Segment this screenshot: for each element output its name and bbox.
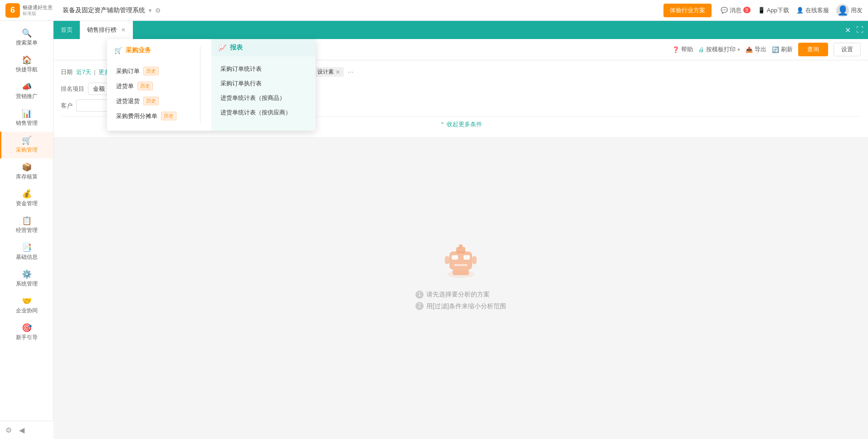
empty-tip2: 用[过滤]条件来缩小分析范围: [426, 301, 506, 312]
empty-tip1: 请先选择要分析的方案: [426, 289, 490, 300]
sidebar-item-enterprise[interactable]: 🤝 企业协同: [0, 292, 53, 319]
goods-tag-close[interactable]: ✕: [336, 69, 340, 75]
purchase-exec-label: 采购订单执行表: [220, 79, 262, 88]
help-icon: ❓: [672, 46, 679, 53]
inbound-stat-label: 进货单统计表（按商品）: [220, 94, 285, 102]
svg-rect-5: [456, 247, 465, 253]
print-btn[interactable]: 🖨 按模板打印 ▾: [698, 45, 740, 54]
sidebar-item-basic-info[interactable]: 📑 基础信息: [0, 239, 53, 266]
purchase-order-label: 采购订单: [116, 67, 140, 75]
notification-item[interactable]: 💬 消息 9: [721, 6, 751, 15]
user-name: 用友: [851, 6, 863, 15]
svg-rect-1: [449, 252, 472, 270]
purchase-section-label: 采购业务: [126, 46, 151, 54]
dropdown-item-purchase-stat[interactable]: 采购订单统计表: [219, 62, 308, 76]
sidebar-label-operations: 经营管理: [16, 227, 38, 234]
top-right-area: 💬 消息 9 📱 App下载 👤 在线客服 👤 用友: [721, 4, 863, 17]
refresh-btn[interactable]: 🔄 刷新: [772, 45, 793, 54]
purchase-section: 🛒 采购业务 采购订单 历史 进货单 历史 进货退货 历史 采购费用分摊单: [114, 46, 189, 123]
inbound-label: 进货单: [116, 82, 134, 90]
notification-label: 消息: [730, 6, 741, 15]
help-btn[interactable]: ❓ 帮助: [672, 45, 693, 54]
date-label: 日期: [61, 68, 73, 76]
sidebar-label-search: 搜索菜单: [16, 39, 38, 47]
expense-hist: 历史: [161, 112, 176, 120]
print-icon: 🖨: [698, 46, 704, 53]
sidebar-label-guide: 新手引导: [16, 334, 38, 341]
report-section-label: 报表: [230, 44, 243, 52]
tab-close-icon[interactable]: ✕: [121, 27, 126, 33]
inbound-hist: 历史: [137, 82, 153, 90]
app-name: 畅捷通好生意: [23, 4, 53, 10]
date-sep1: |: [94, 69, 95, 75]
bottom-settings-icon[interactable]: ⚙: [5, 426, 12, 434]
sidebar-item-purchase[interactable]: 🛒 采购管理: [0, 132, 53, 158]
print-arrow-icon[interactable]: ▾: [737, 47, 740, 53]
sidebar-label-sales: 销售管理: [16, 119, 38, 127]
tab-maximize-icon[interactable]: ⛶: [856, 26, 863, 34]
help-label: 帮助: [681, 45, 693, 54]
tip-num-2: 2: [415, 302, 424, 310]
online-service-item[interactable]: 👤 在线客服: [796, 6, 829, 15]
sidebar-item-inventory[interactable]: 📦 库存核算: [0, 158, 53, 185]
title-arrow-icon[interactable]: ▾: [149, 7, 151, 14]
query-button[interactable]: 查询: [798, 43, 828, 56]
basic-info-icon: 📑: [22, 243, 32, 252]
purchase-stat-label: 采购订单统计表: [220, 65, 262, 73]
sidebar: 🔍 搜索菜单 🏠 快捷导航 📣 营销推广 📊 销售管理 🛒 采购管理 📦 库存核…: [0, 21, 54, 439]
sidebar-item-search[interactable]: 🔍 搜索菜单: [0, 25, 53, 51]
svg-rect-2: [452, 255, 458, 260]
print-label: 按模板打印: [706, 45, 736, 54]
app-download-item[interactable]: 📱 App下载: [758, 6, 789, 15]
settings-button[interactable]: 设置: [834, 43, 861, 56]
svg-point-6: [459, 244, 463, 248]
sidebar-item-finance[interactable]: 💰 资金管理: [0, 185, 53, 212]
tip-num-1: 1: [415, 291, 424, 299]
empty-svg: [438, 238, 483, 283]
logo-area: 6 畅捷通好生意 标准版: [5, 3, 59, 18]
goods-tag: 设计素 ✕: [314, 67, 344, 77]
tab-home[interactable]: 首页: [54, 21, 80, 39]
purchase-section-title: 🛒 采购业务: [114, 46, 189, 58]
avatar-icon: 👤: [837, 5, 848, 16]
sidebar-item-marketing[interactable]: 📣 营销推广: [0, 78, 53, 105]
empty-illustration: [438, 238, 483, 283]
dropdown-item-purchase-exec[interactable]: 采购订单执行表: [219, 76, 308, 91]
sidebar-label-finance: 资金管理: [16, 200, 38, 207]
sidebar-item-sales[interactable]: 📊 销售管理: [0, 105, 53, 132]
tab-bar: 首页 销售排行榜 ✕ ✕ ⛶: [54, 21, 868, 39]
dropdown-item-inbound[interactable]: 进货单 历史: [114, 79, 189, 94]
industry-button[interactable]: 体验行业方案: [663, 4, 712, 17]
dropdown-item-purchase-order[interactable]: 采购订单 历史: [114, 64, 189, 79]
sidebar-item-quick-nav[interactable]: 🏠 快捷导航: [0, 51, 53, 78]
dropdown-item-inbound-stat[interactable]: 进货单统计表（按商品）: [219, 91, 308, 105]
marketing-icon: 📣: [22, 83, 32, 91]
sidebar-label-basic-info: 基础信息: [16, 253, 38, 261]
sidebar-collapse-icon[interactable]: ◀: [19, 426, 24, 434]
sidebar-item-guide[interactable]: 🎯 新手引导: [0, 319, 53, 346]
dropdown-item-return[interactable]: 进货退货 历史: [114, 94, 189, 109]
app-badge: 标准版: [23, 10, 53, 16]
active-indicator: [0, 132, 1, 158]
purchase-dropdown-menu: 🛒 采购业务 采购订单 历史 进货单 历史 进货退货 历史 采购费用分摊单: [107, 39, 316, 131]
tab-sales-rank-label: 销售排行榜: [87, 26, 117, 34]
system-title-area: 装备及固定资产辅助管理系统 ▾ ⚙: [59, 6, 663, 15]
guide-icon: 🎯: [22, 324, 32, 332]
export-btn[interactable]: 📤 导出: [746, 45, 766, 54]
goods-ellipsis[interactable]: ···: [347, 68, 353, 76]
dropdown-item-expense[interactable]: 采购费用分摊单 历史: [114, 109, 189, 123]
user-item[interactable]: 👤 用友: [836, 4, 863, 17]
sidebar-item-operations[interactable]: 📋 经营管理: [0, 212, 53, 239]
purchase-section-icon: 🛒: [114, 47, 122, 54]
sidebar-label-inventory: 库存核算: [16, 173, 38, 181]
date-7days[interactable]: 近7天: [76, 68, 91, 76]
tab-close-all-icon[interactable]: ✕: [845, 26, 851, 35]
purchase-icon: 🛒: [22, 136, 32, 144]
tab-sales-rank[interactable]: 销售排行榜 ✕: [80, 21, 133, 39]
dropdown-item-inbound-stat-supplier[interactable]: 进货单统计表（按供应商）: [219, 105, 308, 120]
svg-rect-4: [454, 264, 468, 266]
settings-icon[interactable]: ⚙: [155, 7, 161, 14]
sidebar-item-system[interactable]: ⚙️ 系统管理: [0, 266, 53, 292]
report-section: 📈 报表 采购订单统计表 采购订单执行表 进货单统计表（按商品） 进货单统计表（…: [211, 39, 316, 131]
empty-state: 1 请先选择要分析的方案 2 用[过滤]条件来缩小分析范围: [54, 138, 868, 439]
